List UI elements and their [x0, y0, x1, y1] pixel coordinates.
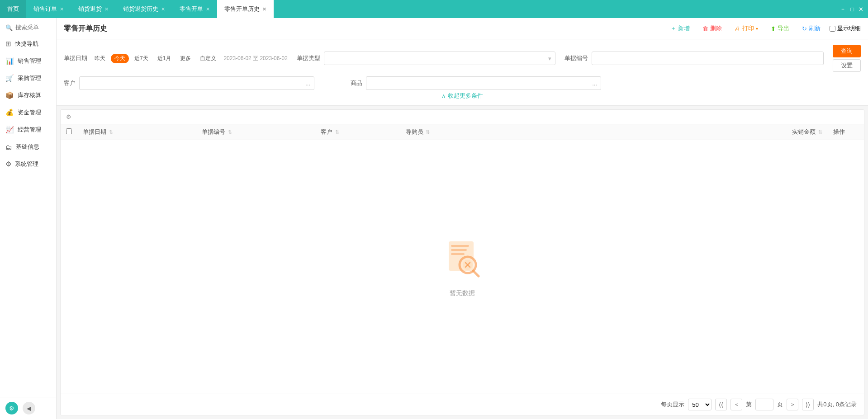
sidebar-item-system[interactable]: ⚙ 系统管理: [0, 155, 56, 173]
th-salesperson[interactable]: 导购员 ⇅: [400, 124, 502, 140]
toolbar: ＋ 新增 🗑 删除 🖨 打印 ▾ ⬆ 导出 ↻ 刷新: [667, 23, 861, 34]
sidebar-item-operations[interactable]: 📈 经营管理: [0, 121, 56, 138]
bill-type-group: 单据类型 ▾: [297, 52, 556, 65]
search-icon: 🔍: [5, 24, 13, 31]
per-page-label: 每页显示: [661, 400, 684, 409]
customer-group: 客户 ...: [64, 76, 314, 90]
tab-sales-return-close[interactable]: ✕: [104, 6, 109, 12]
collapse-arrow-icon: ◀: [27, 405, 31, 412]
system-icon: ⚙: [5, 160, 11, 168]
sidebar-item-purchase-mgmt[interactable]: 🛒 采购管理: [0, 70, 56, 87]
last-page-btn[interactable]: ⟩⟩: [802, 399, 814, 410]
quick-nav-icon: ⊞: [5, 40, 11, 48]
customer-input[interactable]: ...: [79, 76, 314, 90]
select-all-checkbox[interactable]: [66, 128, 72, 134]
filter-area: 单据日期 昨天 今天 近7天 近1月 更多 自定义 2023-06-02 至 2…: [57, 39, 868, 106]
export-button[interactable]: ⬆ 导出: [767, 23, 793, 34]
svg-line-6: [473, 271, 479, 276]
print-button[interactable]: 🖨 打印 ▾: [731, 23, 762, 34]
window-controls: － □ ✕: [840, 0, 868, 18]
operations-icon: 📈: [5, 126, 14, 134]
sidebar-bottom: ⚙ ◀: [0, 397, 56, 419]
display-detail-checkbox[interactable]: [830, 26, 835, 32]
tab-retail-open-history-close[interactable]: ✕: [262, 6, 266, 12]
bill-number-group: 单据编号: [564, 52, 824, 65]
date-custom-btn[interactable]: 自定义: [196, 54, 220, 63]
salesperson-sort-icon: ⇅: [426, 129, 430, 135]
date-1month-btn[interactable]: 近1月: [154, 54, 175, 63]
close-btn[interactable]: ✕: [859, 6, 863, 13]
next-page-btn[interactable]: ＞: [787, 399, 798, 410]
finance-icon: 💰: [5, 108, 14, 117]
refresh-button[interactable]: ↻ 刷新: [798, 23, 824, 34]
per-page-select[interactable]: 50 10 20 100: [688, 399, 711, 410]
minimize-btn[interactable]: －: [840, 5, 846, 13]
tab-retail-open-history[interactable]: 零售开单历史 ✕: [217, 0, 274, 18]
goods-ellipsis-icon: ...: [592, 80, 597, 87]
print-icon: 🖨: [735, 25, 740, 32]
page-header: 零售开单历史 ＋ 新增 🗑 删除 🖨 打印 ▾ ⬆ 导出 ↻: [57, 18, 868, 39]
maximize-btn[interactable]: □: [850, 6, 854, 13]
sidebar-item-sales-mgmt[interactable]: 📊 销售管理: [0, 52, 56, 70]
filter-settings-button[interactable]: 设置: [833, 59, 861, 72]
tab-home[interactable]: 首页: [0, 0, 26, 18]
goods-input[interactable]: ...: [366, 76, 601, 90]
table-settings-icon[interactable]: ⚙: [66, 113, 71, 120]
th-date[interactable]: 单据日期 ⇅: [77, 124, 196, 140]
th-action: 操作: [828, 124, 864, 140]
tab-sales-order[interactable]: 销售订单 ✕: [26, 0, 71, 18]
query-button[interactable]: 查询: [833, 45, 861, 57]
delete-button[interactable]: 🗑 删除: [699, 23, 726, 34]
filter-actions: 查询 设置: [833, 45, 861, 72]
goods-group: 商品 ...: [351, 76, 601, 90]
table-area: ⚙ 单据日期 ⇅ 单据编号 ⇅: [60, 109, 864, 415]
empty-text: 暂无数据: [450, 289, 475, 297]
sidebar-search[interactable]: 🔍 搜索采单: [0, 20, 56, 35]
goods-label: 商品: [351, 79, 362, 87]
page-number-input[interactable]: 1: [755, 399, 773, 410]
bill-type-select[interactable]: ▾: [324, 52, 556, 65]
sidebar-item-quick-nav[interactable]: ⊞ 快捷导航: [0, 35, 56, 52]
date-today-btn[interactable]: 今天: [111, 54, 129, 63]
empty-state: 暂无数据: [61, 140, 864, 394]
date-sort-icon: ⇅: [109, 129, 113, 135]
page-label: 第: [746, 400, 752, 409]
date-filter-label: 单据日期: [64, 54, 87, 62]
data-table: 单据日期 ⇅ 单据编号 ⇅ 客户 ⇅ 导购员 ⇅: [61, 124, 864, 140]
prev-page-btn[interactable]: ＜: [730, 399, 742, 410]
tab-sales-order-close[interactable]: ✕: [60, 6, 64, 12]
svg-rect-3: [451, 253, 465, 255]
sidebar-item-basic-info[interactable]: 🗂 基础信息: [0, 138, 56, 155]
main-layout: 🔍 搜索采单 ⊞ 快捷导航 📊 销售管理 🛒 采购管理 📦 库存核算 💰 资金管…: [0, 18, 868, 419]
th-customer[interactable]: 客户 ⇅: [315, 124, 400, 140]
print-dropdown-icon: ▾: [756, 26, 758, 31]
th-number[interactable]: 单据编号 ⇅: [196, 124, 315, 140]
th-checkbox[interactable]: [61, 124, 77, 140]
tab-sales-return-history-close[interactable]: ✕: [161, 6, 165, 12]
th-amount[interactable]: 实销金额 ⇅: [773, 124, 828, 140]
customer-ellipsis-icon: ...: [305, 80, 310, 87]
sidebar-collapse-btn[interactable]: ◀: [23, 402, 35, 414]
filter-row-1: 单据日期 昨天 今天 近7天 近1月 更多 自定义 2023-06-02 至 2…: [64, 45, 861, 72]
display-detail-toggle[interactable]: 显示明细: [830, 24, 861, 33]
tab-sales-return-history[interactable]: 销货退货历史 ✕: [116, 0, 172, 18]
add-button[interactable]: ＋ 新增: [667, 23, 693, 34]
tab-retail-open[interactable]: 零售开单 ✕: [172, 0, 217, 18]
sidebar-item-finance[interactable]: 💰 资金管理: [0, 104, 56, 121]
sales-mgmt-icon: 📊: [5, 57, 14, 65]
purchase-mgmt-icon: 🛒: [5, 74, 14, 82]
first-page-btn[interactable]: ⟨⟨: [715, 399, 727, 410]
tab-retail-open-close[interactable]: ✕: [206, 6, 210, 12]
bill-number-input[interactable]: [592, 52, 824, 65]
date-yesterday-btn[interactable]: 昨天: [91, 54, 109, 63]
sidebar-settings-btn[interactable]: ⚙: [5, 402, 18, 414]
bill-type-dropdown-icon: ▾: [548, 55, 551, 62]
sidebar-item-inventory[interactable]: 📦 库存核算: [0, 87, 56, 104]
collapse-more-btn[interactable]: ∧ 收起更多条件: [64, 92, 861, 100]
page-suffix: 页: [777, 400, 783, 409]
tab-sales-return[interactable]: 销货退货 ✕: [71, 0, 116, 18]
date-more-btn[interactable]: 更多: [176, 54, 194, 63]
filter-row-2: 客户 ... 商品 ...: [64, 76, 861, 90]
basic-info-icon: 🗂: [5, 143, 12, 151]
date-7days-btn[interactable]: 近7天: [131, 54, 152, 63]
